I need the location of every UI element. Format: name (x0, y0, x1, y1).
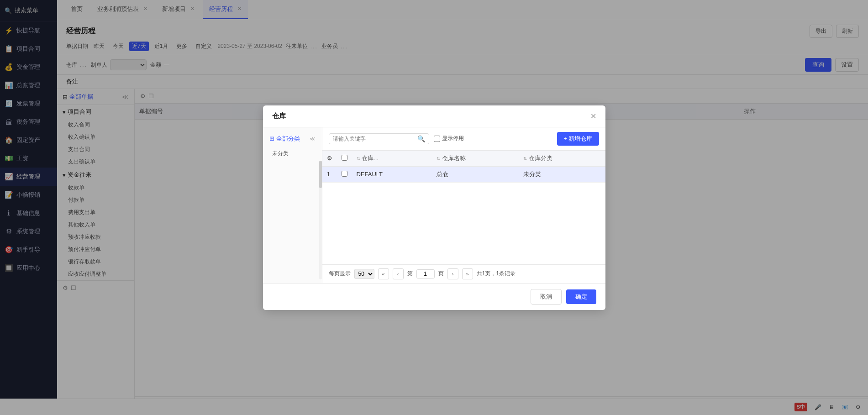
row-code-cell: DEFAULT (352, 166, 432, 182)
confirm-button[interactable]: 确定 (566, 289, 596, 304)
sort-icon-category: ⇅ (523, 156, 527, 161)
show-disabled-group: 显示停用 (434, 135, 464, 142)
col-warehouse-code: ⇅ 仓库... (352, 151, 432, 167)
modal-category-panel: ⊞ 全部分类 ≪ 未分类 (263, 127, 322, 283)
modal-left-scroll (263, 161, 322, 279)
modal-pager: 每页显示 50 « ‹ 第 页 › » 共1页，1条记录 (322, 264, 605, 283)
grid-icon-modal: ⊞ (269, 135, 274, 142)
modal-next-page-btn[interactable]: › (447, 268, 458, 279)
cancel-button[interactable]: 取消 (531, 289, 562, 305)
col-warehouse-name: ⇅ 仓库名称 (432, 151, 519, 167)
row-category-cell: 未分类 (519, 166, 605, 182)
col-check-header (337, 151, 352, 167)
modal-search-button[interactable]: 🔍 (417, 135, 425, 142)
modal-footer: 取消 确定 (263, 283, 605, 310)
scrollbar-thumb[interactable] (319, 161, 322, 188)
sort-icon-name: ⇅ (437, 156, 440, 161)
row-seq-cell: 1 (322, 166, 337, 182)
show-disabled-checkbox[interactable] (434, 136, 440, 142)
modal-header: 仓库 ✕ (263, 105, 605, 127)
modal-right-panel: 🔍 显示停用 + 新增仓库 ⚙ (322, 127, 605, 283)
modal-title: 仓库 (272, 112, 286, 121)
row-checkbox[interactable] (342, 171, 347, 177)
modal-first-page-btn[interactable]: « (378, 268, 389, 279)
modal-last-page-btn[interactable]: » (462, 268, 473, 279)
modal-page-input[interactable] (416, 269, 435, 278)
row-name-cell: 总仓 (432, 166, 519, 182)
collapse-category-icon[interactable]: ≪ (310, 136, 316, 142)
modal-search-box: 🔍 (329, 133, 429, 144)
modal-overlay: 仓库 ✕ ⊞ 全部分类 ≪ 未分类 (0, 0, 868, 415)
modal-toolbar: 🔍 显示停用 + 新增仓库 (322, 127, 605, 151)
modal-page-label: 页 (438, 270, 444, 278)
modal-all-category[interactable]: ⊞ 全部分类 ≪ (263, 131, 322, 147)
warehouse-modal: 仓库 ✕ ⊞ 全部分类 ≪ 未分类 (263, 105, 605, 310)
add-warehouse-button[interactable]: + 新增仓库 (557, 132, 599, 146)
row-check-cell (337, 166, 352, 182)
modal-body: ⊞ 全部分类 ≪ 未分类 (263, 127, 605, 283)
modal-search-input[interactable] (333, 136, 417, 142)
scrollbar-track (319, 161, 322, 279)
modal-uncategorized[interactable]: 未分类 (263, 147, 322, 161)
col-settings-header: ⚙ (322, 151, 337, 167)
settings-col-icon[interactable]: ⚙ (327, 155, 332, 162)
uncategorized-label: 未分类 (272, 150, 289, 157)
col-warehouse-category: ⇅ 仓库分类 (519, 151, 605, 167)
show-disabled-label: 显示停用 (442, 135, 464, 142)
table-row[interactable]: 1 DEFAULT 总仓 未分类 (322, 166, 605, 182)
modal-close-button[interactable]: ✕ (590, 112, 596, 121)
modal-page-size-select[interactable]: 50 (354, 269, 374, 279)
modal-page-word: 第 (407, 270, 413, 278)
select-all-checkbox[interactable] (342, 155, 347, 161)
all-category-label: 全部分类 (276, 135, 300, 143)
modal-page-size-label: 每页显示 (329, 270, 351, 278)
modal-prev-page-btn[interactable]: ‹ (393, 268, 404, 279)
sort-icon-code: ⇅ (357, 156, 360, 161)
modal-table: ⚙ ⇅ 仓库... ⇅ (322, 151, 605, 264)
modal-total-label: 共1页，1条记录 (477, 270, 516, 278)
